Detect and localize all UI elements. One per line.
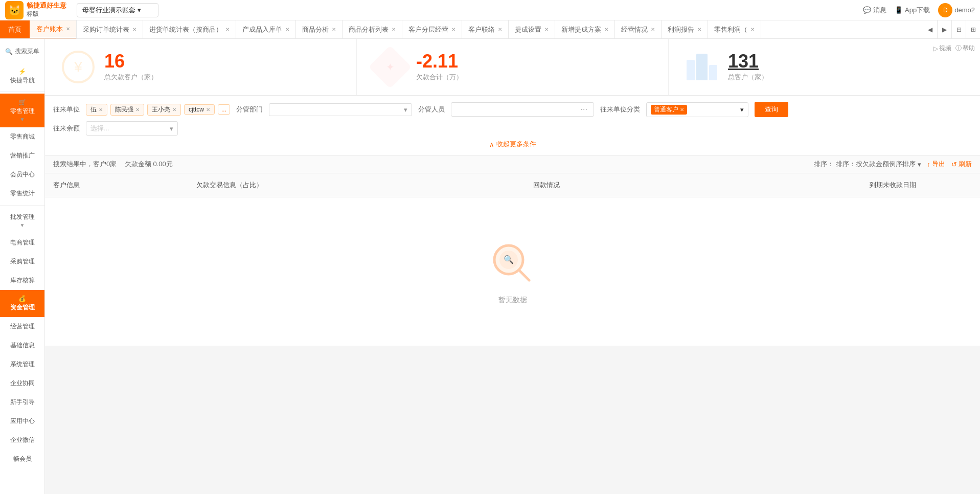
filter-tag-1: 陈民强 ✕ [110, 104, 144, 116]
tab-retail-profit[interactable]: 零售利润（ ✕ [708, 20, 761, 39]
top-bar: 🐱 畅捷通好生意 标版 母婴行业演示账套 ▾ 💬 消息 📱 App下载 D de… [0, 0, 980, 20]
close-icon[interactable]: ✕ [604, 27, 608, 32]
app-icon: 📱 [895, 6, 903, 14]
close-icon[interactable]: ✕ [544, 27, 549, 32]
nav-tabs: 首页 客户账本 ✕ 采购订单统计表 ✕ 进货单统计表（按商品） ✕ 产成品入库单… [0, 20, 980, 39]
sidebar-item-retail-mall[interactable]: 零售商城 [0, 127, 44, 146]
sidebar-item-sys-mgmt[interactable]: 系统管理 [0, 355, 44, 374]
sidebar-item-purchase-mgmt[interactable]: 采购管理 [0, 252, 44, 271]
col-customer-info: 客户信息 [53, 178, 196, 192]
close-icon[interactable]: ✕ [697, 27, 701, 32]
sidebar-item-finance[interactable]: 💰 资金管理 [0, 290, 44, 317]
store-selector[interactable]: 母婴行业演示账套 ▾ [77, 3, 158, 17]
empty-icon: 🔍 [487, 238, 538, 289]
tab-customer-contact[interactable]: 客户联络 ✕ [462, 20, 509, 39]
quick-nav-button[interactable]: ⚡ 快捷导航 [0, 64, 44, 89]
sidebar-item-ecommerce[interactable]: 电商管理 [0, 233, 44, 252]
tab-goods-analysis-list[interactable]: 商品分析列表 ✕ [343, 20, 402, 39]
filter-more-btn[interactable]: ... [218, 104, 230, 115]
tab-purchase-order[interactable]: 采购订单统计表 ✕ [77, 20, 143, 39]
tab-home[interactable]: 首页 [0, 20, 30, 39]
tab-ops-status[interactable]: 经营情况 ✕ [615, 20, 662, 39]
top-right-actions: 💬 消息 📱 App下载 D demo2 [863, 3, 975, 17]
sidebar-item-ops-mgmt[interactable]: 经营管理 [0, 317, 44, 336]
nav-maximize-btn[interactable]: ⊞ [966, 20, 980, 39]
person-filter-label: 分管人员 [418, 105, 445, 114]
query-button[interactable]: 查询 [755, 102, 788, 117]
sort-selector[interactable]: 排序： 排序：按欠款金额倒序排序 ▾ [814, 160, 921, 169]
person-filter-select[interactable]: ··· [451, 102, 594, 117]
sidebar-item-enterprise-wechat[interactable]: 企业微信 [0, 431, 44, 450]
close-icon[interactable]: ✕ [498, 27, 502, 32]
sidebar-item-inventory[interactable]: 库存核算 [0, 271, 44, 290]
search-menu-button[interactable]: 🔍 搜索菜单 [4, 44, 40, 59]
sidebar-item-new-guide[interactable]: 新手引导 [0, 393, 44, 412]
sidebar-item-marketing[interactable]: 营销推广 [0, 146, 44, 165]
chevron-icon: ▼ [20, 117, 25, 122]
page-content: ¥ 16 总欠款客户（家） ✦ [45, 39, 980, 494]
close-icon[interactable]: ✕ [451, 27, 455, 32]
tab-profit-report[interactable]: 利润报告 ✕ [662, 20, 708, 39]
tag-close-2[interactable]: ✕ [172, 107, 176, 113]
sidebar-item-basic-info[interactable]: 基础信息 [0, 336, 44, 355]
sidebar-item-retail-mgmt[interactable]: 🛒 零售管理 ▼ [0, 94, 44, 127]
app-download-action[interactable]: 📱 App下载 [895, 6, 930, 15]
results-info: 搜索结果中，客户0家 欠款金额 0.00元 [53, 160, 179, 169]
tag-close-1[interactable]: ✕ [135, 107, 140, 113]
tab-goods-analysis[interactable]: 商品分析 ✕ [296, 20, 343, 39]
close-icon[interactable]: ✕ [750, 27, 755, 32]
svg-line-3 [519, 270, 529, 280]
unit-type-label: 往来单位分类 [600, 105, 640, 114]
nav-prev-btn[interactable]: ◀ [923, 20, 937, 39]
more-dots-icon: ··· [579, 105, 589, 114]
tab-stock-stat[interactable]: 进货单统计表（按商品） ✕ [143, 20, 236, 39]
search-icon: 🔍 [5, 48, 13, 55]
close-icon[interactable]: ✕ [332, 27, 336, 32]
tab-account[interactable]: 客户账本 ✕ [30, 20, 77, 39]
user-action[interactable]: D demo2 [938, 3, 975, 17]
unit-type-select[interactable]: 普通客户 ✕ ▾ [646, 102, 748, 117]
nav-minimize-btn[interactable]: ⊟ [951, 20, 966, 39]
close-icon[interactable]: ✕ [132, 27, 136, 32]
tag-close-3[interactable]: ✕ [206, 107, 210, 113]
tab-cost-in[interactable]: 产成品入库单 ✕ [236, 20, 296, 39]
sidebar-item-member-vip[interactable]: 畅会员 [0, 450, 44, 468]
sidebar-item-app-center[interactable]: 应用中心 [0, 412, 44, 431]
sidebar-item-retail-stats[interactable]: 零售统计 [0, 184, 44, 203]
orange-tag-close[interactable]: ✕ [680, 107, 684, 113]
tab-push-settings[interactable]: 提成设置 ✕ [509, 20, 555, 39]
tag-close-0[interactable]: ✕ [99, 107, 103, 113]
close-icon[interactable]: ✕ [285, 27, 289, 32]
tab-new-push-plan[interactable]: 新增提成方案 ✕ [555, 20, 615, 39]
collapse-button[interactable]: ∧ 收起更多条件 [489, 140, 536, 149]
video-link[interactable]: ▷ 视频 [933, 44, 951, 53]
col-debt-info: 欠款交易信息（占比） [196, 178, 533, 192]
filter-tag-2: 王小亮 ✕ [147, 104, 181, 116]
dept-filter-select[interactable]: ▾ [269, 103, 412, 116]
debt-amount-result: 欠款金额 0.00元 [125, 160, 173, 168]
close-icon[interactable]: ✕ [66, 27, 70, 32]
refresh-button[interactable]: ↺ 刷新 [951, 160, 972, 169]
logo-text: 畅捷通好生意 标版 [27, 2, 66, 18]
unit-filter-label: 往来单位 [53, 105, 80, 114]
close-icon[interactable]: ✕ [225, 27, 230, 32]
sidebar: 🔍 搜索菜单 ⚡ 快捷导航 🛒 零售管理 ▼ 零售商城 营销推广 会员中心 [0, 39, 45, 494]
sidebar-item-member-center[interactable]: 会员中心 [0, 165, 44, 184]
close-icon[interactable]: ✕ [651, 27, 655, 32]
sidebar-item-enterprise[interactable]: 企业协同 [0, 374, 44, 393]
help-link[interactable]: ⓘ 帮助 [955, 44, 975, 53]
content-area: ¥ 16 总欠款客户（家） ✦ [45, 39, 980, 494]
tab-customer-segment[interactable]: 客户分层经营 ✕ [402, 20, 462, 39]
sort-label: 排序： [814, 160, 834, 169]
message-action[interactable]: 💬 消息 [863, 6, 886, 15]
balance-filter-select[interactable]: 选择... ▾ [86, 121, 178, 136]
avatar: D [938, 3, 952, 17]
stat-value-debt: -2.11 [416, 52, 463, 71]
export-button[interactable]: ↑ 导出 [927, 160, 946, 169]
close-icon[interactable]: ✕ [392, 27, 396, 32]
quick-nav-icon: ⚡ [18, 68, 26, 75]
chevron-down-icon: ▾ [918, 161, 921, 168]
sidebar-item-wholesale-mgmt[interactable]: 批发管理 ▼ [0, 208, 44, 233]
retail-mgmt-icon: 🛒 [18, 99, 26, 106]
nav-next-btn[interactable]: ▶ [937, 20, 951, 39]
